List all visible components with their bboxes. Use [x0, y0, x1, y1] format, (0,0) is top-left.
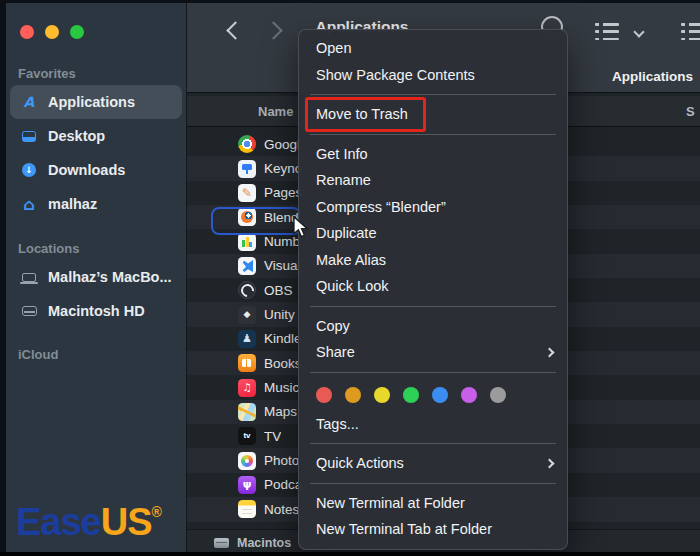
- screen-bottom-bar: [0, 552, 700, 556]
- back-icon[interactable]: [226, 21, 244, 39]
- keynote-icon: [238, 160, 256, 178]
- file-name: OBS: [264, 283, 293, 298]
- menu-item-label: Copy: [316, 318, 350, 334]
- sidebar-item-macintosh-hd[interactable]: Macintosh HD: [10, 294, 182, 328]
- menu-item-tags[interactable]: Tags...: [299, 411, 567, 438]
- menu-item-rename[interactable]: Rename: [299, 167, 567, 194]
- hard-drive-icon: [19, 306, 39, 316]
- background-window-title: Applications: [612, 69, 693, 84]
- menu-separator: [310, 134, 556, 135]
- mouse-cursor: [293, 216, 310, 239]
- pages-icon: [238, 184, 256, 202]
- menu-item-make-alias[interactable]: Make Alias: [299, 247, 567, 274]
- menu-item-label: Get Info: [316, 146, 368, 162]
- watermark-ease: Ease: [16, 501, 101, 543]
- list-view-icon[interactable]: [681, 23, 700, 40]
- file-name: Kindle: [264, 331, 302, 346]
- menu-separator: [310, 372, 556, 373]
- home-icon: ⌂: [19, 195, 39, 214]
- forward-icon[interactable]: [264, 21, 282, 39]
- menu-item-label: Make Alias: [316, 252, 386, 268]
- watermark-us: US: [101, 501, 152, 543]
- traffic-light-minimize[interactable]: [45, 25, 59, 39]
- menu-item-label: Compress “Blender”: [316, 199, 446, 215]
- menu-item-label: Quick Actions: [316, 455, 404, 471]
- downloads-icon: ↓: [19, 163, 39, 177]
- obs-icon: [238, 281, 256, 299]
- music-icon: [238, 379, 256, 397]
- menu-item-label: Rename: [316, 172, 371, 188]
- menu-item-label: Open: [316, 40, 351, 56]
- sidebar-item-desktop[interactable]: Desktop: [10, 119, 182, 153]
- menu-separator: [310, 94, 556, 95]
- column-header-size[interactable]: S: [686, 104, 695, 119]
- file-name: Music: [264, 380, 299, 395]
- menu-item-copy[interactable]: Copy: [299, 313, 567, 340]
- sidebar-item-downloads[interactable]: ↓ Downloads: [10, 153, 182, 187]
- context-menu: Open Show Package Contents Move to Trash…: [298, 29, 568, 550]
- selection-ring: [211, 207, 301, 235]
- file-name: Notes: [264, 502, 299, 517]
- menu-item-new-terminal-at-folder[interactable]: New Terminal at Folder: [299, 490, 567, 517]
- menu-item-label: Show Package Contents: [316, 67, 475, 83]
- menu-item-quick-look[interactable]: Quick Look: [299, 273, 567, 300]
- group-view-icon[interactable]: [595, 23, 619, 40]
- menu-item-label: Tags...: [316, 416, 359, 432]
- menu-item-move-to-trash[interactable]: Move to Trash: [299, 101, 567, 128]
- unity-icon: [238, 306, 256, 324]
- chrome-icon: [238, 135, 256, 153]
- sidebar-item-label: Applications: [48, 94, 135, 110]
- books-icon: [238, 354, 256, 372]
- menu-item-share[interactable]: Share: [299, 339, 567, 366]
- menu-item-new-terminal-tab-at-folder[interactable]: New Terminal Tab at Folder: [299, 516, 567, 543]
- file-name: Podca: [264, 477, 302, 492]
- menu-item-get-info[interactable]: Get Info: [299, 141, 567, 168]
- menu-item-label: New Terminal Tab at Folder: [316, 521, 492, 537]
- traffic-light-zoom[interactable]: [70, 25, 84, 39]
- menu-item-label: Quick Look: [316, 278, 389, 294]
- numbers-icon: [238, 233, 256, 251]
- menu-item-label: New Terminal at Folder: [316, 495, 465, 511]
- tag-color-dot[interactable]: [403, 387, 419, 403]
- sidebar-section-icloud: iCloud: [18, 347, 58, 362]
- window-controls: [20, 25, 84, 39]
- applications-icon: A: [19, 94, 39, 110]
- chevron-right-icon: [545, 347, 555, 357]
- file-name: Unity: [264, 307, 295, 322]
- podcasts-icon: [238, 476, 256, 494]
- tag-color-dot[interactable]: [461, 387, 477, 403]
- file-name: Googl: [264, 137, 300, 152]
- sidebar-item-macbook[interactable]: Malhaz’s MacBo...: [10, 260, 182, 294]
- tag-color-dot[interactable]: [345, 387, 361, 403]
- sidebar-item-applications[interactable]: A Applications: [10, 85, 182, 119]
- menu-item-open[interactable]: Open: [299, 35, 567, 62]
- chevron-down-icon[interactable]: [633, 26, 644, 37]
- sidebar-section-favorites: Favorites: [18, 66, 76, 81]
- menu-separator: [310, 306, 556, 307]
- tag-color-dot[interactable]: [316, 387, 332, 403]
- sidebar-item-label: malhaz: [48, 196, 97, 212]
- sidebar-item-label: Malhaz’s MacBo...: [48, 269, 172, 285]
- menu-item-compress[interactable]: Compress “Blender”: [299, 194, 567, 221]
- file-name: Keyno: [264, 161, 302, 176]
- sidebar-section-locations: Locations: [18, 241, 79, 256]
- traffic-light-close[interactable]: [20, 25, 34, 39]
- tag-color-dot[interactable]: [432, 387, 448, 403]
- menu-item-quick-actions[interactable]: Quick Actions: [299, 450, 567, 477]
- watermark-reg: ®: [152, 504, 162, 520]
- tag-color-dot[interactable]: [374, 387, 390, 403]
- maps-icon: [238, 403, 256, 421]
- column-header-name[interactable]: Name: [258, 104, 293, 119]
- screenshot-root: Favorites A Applications Desktop ↓ Downl…: [0, 0, 700, 556]
- disk-icon: [214, 538, 229, 548]
- sidebar-item-home[interactable]: ⌂ malhaz: [10, 187, 182, 221]
- sidebar-item-label: Desktop: [48, 128, 105, 144]
- path-bar-label: Macintos: [237, 536, 291, 550]
- file-name: Visual: [264, 258, 301, 273]
- menu-item-show-package-contents[interactable]: Show Package Contents: [299, 62, 567, 89]
- menu-item-duplicate[interactable]: Duplicate: [299, 220, 567, 247]
- menu-separator: [310, 443, 556, 444]
- easeus-watermark: EaseUS®: [16, 501, 162, 544]
- tag-color-dots: [299, 379, 567, 411]
- tag-color-dot[interactable]: [490, 387, 506, 403]
